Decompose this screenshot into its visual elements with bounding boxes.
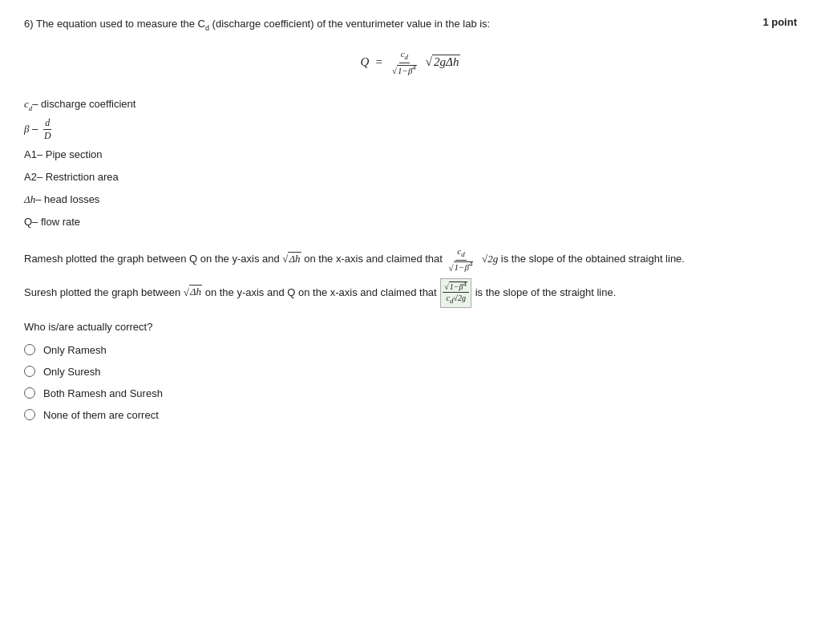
var-q: Q– flow rate	[24, 212, 797, 233]
question-body: The equation used to measure the Cd (dis…	[36, 18, 490, 30]
ramesh-description: Ramesh plotted the graph between Q on th…	[24, 245, 797, 273]
variables-section: cd– discharge coefficient β – d D A1– Pi…	[24, 94, 797, 233]
option-only-ramesh[interactable]: Only Ramesh	[24, 344, 797, 356]
option-label-both: Both Ramesh and Suresh	[43, 387, 163, 399]
option-label-only-suresh: Only Suresh	[43, 366, 101, 378]
suresh-description: Suresh plotted the graph between √Δh on …	[24, 278, 797, 308]
formula-equation: Q = cd √1−β4 √2gΔh	[24, 48, 797, 76]
option-label-none: None of them are correct	[43, 409, 159, 421]
option-label-only-ramesh: Only Ramesh	[43, 344, 107, 356]
options-section: Only Ramesh Only Suresh Both Ramesh and …	[24, 344, 797, 421]
formula-block: Q = cd √1−β4 √2gΔh	[24, 48, 797, 76]
suresh-slope-fraction: √1−β4 cd√2g	[440, 278, 471, 308]
radio-both[interactable]	[24, 387, 35, 399]
points-label: 1 point	[762, 16, 797, 28]
option-only-suresh[interactable]: Only Suresh	[24, 366, 797, 378]
question-prompt: Who is/are actually correct?	[24, 321, 797, 333]
radio-only-ramesh[interactable]	[24, 344, 35, 355]
radio-none[interactable]	[24, 409, 35, 420]
var-cd: cd– discharge coefficient	[24, 94, 797, 115]
description-section: Ramesh plotted the graph between Q on th…	[24, 245, 797, 308]
var-deltah: Δh– head losses	[24, 189, 797, 210]
radio-only-suresh[interactable]	[24, 366, 35, 377]
question-text: 6) The equation used to measure the Cd (…	[24, 16, 746, 34]
question-header: 6) The equation used to measure the Cd (…	[24, 16, 797, 34]
var-a2: A2– Restriction area	[24, 167, 797, 188]
question-number: 6)	[24, 18, 34, 30]
option-both[interactable]: Both Ramesh and Suresh	[24, 387, 797, 399]
option-none[interactable]: None of them are correct	[24, 409, 797, 421]
var-beta: β – d D	[24, 117, 797, 143]
formula-fraction: cd √1−β4	[390, 48, 419, 76]
var-a1: A1– Pipe section	[24, 144, 797, 165]
